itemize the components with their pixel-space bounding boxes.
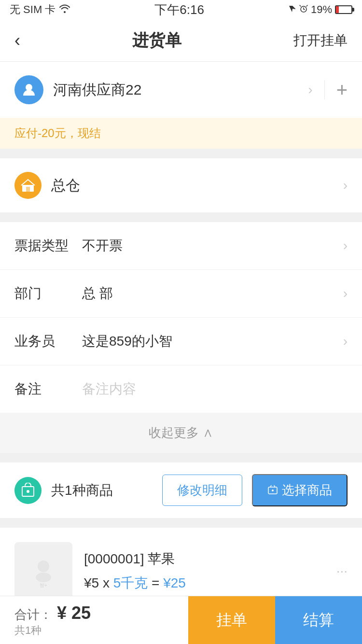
divider	[324, 80, 325, 99]
warehouse-card: 总仓 ›	[0, 158, 362, 212]
back-button[interactable]: ‹	[14, 30, 20, 51]
footer: 合计： ¥ 25 共1种 挂单 结算	[0, 596, 362, 644]
status-bar: 无 SIM 卡 下午6:16 19%	[0, 0, 362, 19]
product-name: [0000001] 苹果	[84, 550, 325, 568]
total-count: 共1种	[14, 623, 174, 638]
checkout-button[interactable]: 结算	[275, 596, 362, 644]
status-time: 下午6:16	[154, 1, 204, 18]
product-header: 共1种商品 修改明细 选择商品	[0, 462, 362, 518]
invoice-label: 票据类型	[14, 237, 72, 255]
svg-text:智+: 智+	[40, 583, 47, 588]
product-price: ¥5 x 5千克 = ¥25	[84, 574, 325, 592]
remark-input[interactable]: 备注内容	[72, 380, 348, 398]
supplier-avatar	[14, 75, 43, 104]
dept-chevron-icon: ›	[343, 286, 348, 301]
alarm-icon	[299, 3, 308, 16]
svg-point-5	[27, 490, 29, 493]
supplier-card: 河南供应商22 › + 应付-20元，现结	[0, 62, 362, 149]
product-count: 共1种商品	[51, 481, 153, 500]
status-carrier: 无 SIM 卡	[10, 2, 70, 17]
main-content: 河南供应商22 › + 应付-20元，现结 总仓 › 票据类型 不开票 ›	[0, 62, 362, 644]
invoice-row[interactable]: 票据类型 不开票 ›	[0, 222, 362, 270]
select-product-button[interactable]: 选择商品	[252, 474, 348, 506]
supplier-notice: 应付-20元，现结	[0, 118, 362, 149]
battery-percent: 19%	[311, 3, 332, 16]
warehouse-row[interactable]: 总仓 ›	[0, 158, 362, 212]
svg-point-8	[38, 560, 49, 572]
warehouse-icon	[14, 172, 42, 199]
svg-rect-3	[26, 187, 30, 192]
warehouse-chevron-icon: ›	[343, 178, 348, 193]
supplier-name: 河南供应商22	[53, 80, 308, 100]
remark-label: 备注	[14, 380, 72, 398]
supplier-row[interactable]: 河南供应商22 › +	[0, 62, 362, 118]
invoice-chevron-icon: ›	[343, 238, 348, 253]
warehouse-name: 总仓	[51, 176, 343, 196]
svg-point-1	[26, 84, 32, 91]
wifi-icon	[59, 3, 70, 16]
product-icon	[14, 477, 42, 504]
total-label: 合计：	[14, 606, 52, 623]
sales-value: 这是859的小智	[72, 332, 343, 350]
page-title: 进货单	[132, 29, 181, 52]
location-icon	[289, 3, 296, 16]
battery-icon	[335, 5, 352, 14]
collapse-button[interactable]: 收起更多 ∧	[0, 413, 362, 453]
remark-row[interactable]: 备注 备注内容	[0, 365, 362, 413]
sales-chevron-icon: ›	[343, 334, 348, 349]
dept-label: 部门	[14, 284, 72, 303]
edit-detail-button[interactable]: 修改明细	[162, 475, 242, 506]
add-supplier-button[interactable]: +	[336, 79, 348, 101]
product-more-button[interactable]: ···	[336, 563, 348, 579]
form-section: 票据类型 不开票 › 部门 总 部 › 业务员 这是859的小智 › 备注 备注…	[0, 222, 362, 413]
open-pending-button[interactable]: 打开挂单	[293, 31, 348, 50]
pending-button[interactable]: 挂单	[188, 596, 275, 644]
dept-value: 总 部	[72, 284, 343, 303]
dept-row[interactable]: 部门 总 部 ›	[0, 270, 362, 318]
supplier-chevron-icon: ›	[308, 82, 312, 98]
sales-label: 业务员	[14, 332, 72, 350]
nav-bar: ‹ 进货单 打开挂单	[0, 19, 362, 62]
invoice-value: 不开票	[72, 237, 343, 255]
product-info: [0000001] 苹果 ¥5 x 5千克 = ¥25	[84, 550, 325, 592]
status-right: 19%	[289, 3, 352, 16]
footer-total: 合计： ¥ 25 共1种	[0, 603, 188, 638]
product-thumbnail: 智+	[14, 542, 72, 600]
svg-point-9	[36, 573, 51, 582]
sales-row[interactable]: 业务员 这是859的小智 ›	[0, 318, 362, 365]
total-amount: ¥ 25	[57, 603, 91, 623]
svg-point-7	[272, 490, 274, 491]
